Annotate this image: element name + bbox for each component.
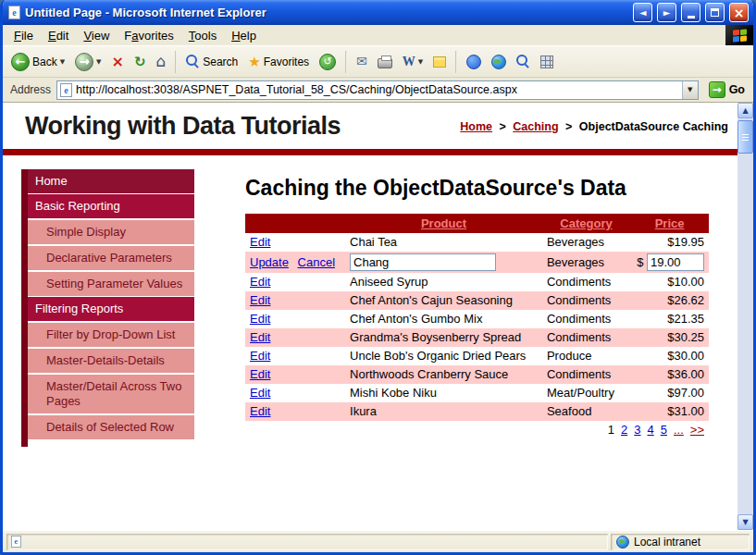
sidebar-item-setting-parameter-values[interactable]: Setting Parameter Values [28,272,194,296]
category-cell: Condiments [542,310,630,328]
search-button[interactable]: Search [182,53,242,70]
favorites-button[interactable]: ★ Favorites [244,53,313,71]
address-url-input[interactable] [76,82,678,98]
pager-link-4[interactable]: 4 [648,423,654,437]
status-pane-left [6,534,608,550]
edit-dropdown-icon[interactable]: ▼ [418,58,423,66]
grid-header-actions [245,214,345,233]
refresh-button[interactable]: ↻ [130,53,150,71]
category-cell: Beverages [542,233,630,252]
sort-by-price[interactable]: Price [655,216,685,230]
menu-edit[interactable]: Edit [41,26,76,45]
mail-button[interactable]: ✉ [353,53,371,70]
price-cell: $21.35 [630,310,709,328]
go-button[interactable]: → Go [704,81,750,98]
messenger-button[interactable] [463,53,485,71]
back-dropdown-icon[interactable]: ▼ [60,58,65,66]
menu-tools[interactable]: Tools [181,26,224,45]
sidebar-item-master-detail-across-two-pages[interactable]: Master/Detail Across Two Pages [28,375,194,413]
pager-link-[interactable]: ... [674,423,684,437]
sidebar-item-simple-display[interactable]: Simple Display [28,220,194,244]
sort-by-product[interactable]: Product [421,216,466,230]
sidebar-item-details-of-selected-row[interactable]: Details of Selected Row [28,415,194,439]
edit-link[interactable]: Edit [250,386,270,400]
sidebar-item-home[interactable]: Home [28,169,194,193]
menu-help[interactable]: Help [224,26,264,45]
forward-icon: → [75,53,93,71]
discuss-button[interactable] [429,55,450,69]
menu-view[interactable]: View [76,26,117,45]
product-cell: Chef Anton's Cajun Seasoning [345,291,542,310]
vertical-scrollbar[interactable]: ▲ ▼ [737,103,753,530]
menu-favorites[interactable]: Favorites [117,26,180,45]
product-cell: Ikura [345,402,542,421]
sidebar-nav: HomeBasic ReportingSimple DisplayDeclara… [21,169,194,447]
history-button[interactable]: ↺ [316,52,340,72]
scroll-down-button[interactable]: ▼ [737,514,753,530]
edit-link[interactable]: Edit [250,367,270,381]
product-cell: Aniseed Syrup [345,273,542,291]
edit-link[interactable]: Edit [250,235,270,249]
edit-link[interactable]: Edit [250,349,270,363]
action-cell: Edit [245,365,345,384]
back-button[interactable]: ← Back ▼ [7,51,68,73]
update-link[interactable]: Update [250,255,289,269]
scrollbar-thumb[interactable] [737,120,753,154]
home-button[interactable]: ⌂ [152,52,169,71]
pager-cell: 12345...>> [245,421,709,439]
pager-link-2[interactable]: 2 [621,423,627,437]
edit-link[interactable]: Edit [250,275,270,289]
sort-by-category[interactable]: Category [560,216,612,230]
status-bar: Local intranet [3,530,753,552]
sidebar-item-filtering-reports[interactable]: Filtering Reports [28,297,194,321]
address-input-box[interactable]: ▼ [56,80,699,100]
edit-link[interactable]: Edit [250,312,270,326]
category-cell: Condiments [542,328,630,347]
cancel-link[interactable]: Cancel [298,255,335,269]
breadcrumb-separator: > [496,120,509,133]
minimize-button[interactable] [681,3,700,22]
discuss-icon [433,56,446,68]
browser-window: Untitled Page - Microsoft Internet Explo… [0,0,756,555]
zoom-button[interactable] [513,53,534,70]
grid-button[interactable] [537,54,557,70]
print-button[interactable] [374,54,396,70]
price-edit-input[interactable] [647,253,704,271]
grid-header-category: Category [542,214,630,233]
sidebar-item-declarative-parameters[interactable]: Declarative Parameters [28,246,194,270]
pager-link-5[interactable]: 5 [661,423,667,437]
maximize-button[interactable] [705,3,725,22]
table-row: EditAniseed SyrupCondiments$10.00 [245,273,709,291]
edit-link[interactable]: Edit [250,404,270,418]
web-globe-button[interactable] [488,53,510,71]
table-row: EditUncle Bob's Organic Dried PearsProdu… [245,347,709,365]
address-dropdown-button[interactable]: ▼ [682,81,698,99]
menu-file[interactable]: File [6,26,41,45]
scroll-up-button[interactable]: ▲ [737,103,753,118]
breadcrumb-current: ObjectDataSource Caching [579,120,728,133]
edit-link[interactable]: Edit [250,330,270,344]
edit-with-word-button[interactable]: W ▼ [399,53,427,71]
monitor-right-button[interactable]: ► [657,3,676,22]
monitor-left-button[interactable]: ◄ [633,3,652,22]
pager-link-[interactable]: >> [690,423,704,437]
address-label: Address [10,83,51,96]
home-icon: ⌂ [155,54,166,69]
table-row: EditChef Anton's Gumbo MixCondiments$21.… [245,310,709,328]
stop-button[interactable]: × [107,53,127,71]
action-cell: Edit [245,310,345,328]
titlebar[interactable]: Untitled Page - Microsoft Internet Explo… [3,0,753,25]
breadcrumb-link-caching[interactable]: Caching [513,120,558,133]
forward-button[interactable]: → ▼ [71,51,105,73]
breadcrumb-link-home[interactable]: Home [460,120,492,133]
edit-link[interactable]: Edit [250,293,270,307]
sidebar-item-filter-by-drop-down-list[interactable]: Filter by Drop-Down List [28,323,194,347]
forward-dropdown-icon[interactable]: ▼ [96,58,101,66]
sidebar-item-master-details-details[interactable]: Master-Details-Details [28,349,194,373]
page-icon [60,83,72,97]
sidebar-item-basic-reporting[interactable]: Basic Reporting [28,194,194,218]
favorites-label: Favorites [264,56,309,68]
close-button[interactable]: × [729,3,749,22]
pager-link-3[interactable]: 3 [634,423,640,437]
product-edit-input[interactable] [350,253,496,271]
